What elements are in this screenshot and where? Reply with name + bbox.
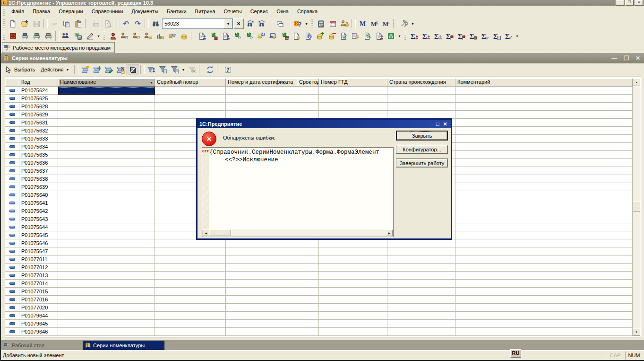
cell-code[interactable]: P01075646 [19, 239, 58, 247]
customer-invoice-icon[interactable] [196, 31, 208, 41]
workspace-button[interactable]: Рабочее место менеджера по продажам [2, 42, 115, 53]
menu-item-file[interactable]: Файл [7, 6, 28, 18]
cell[interactable] [455, 167, 633, 175]
cell[interactable] [319, 247, 387, 255]
cell[interactable] [297, 103, 319, 111]
cell[interactable] [455, 312, 633, 320]
sales-chart-icon[interactable] [155, 31, 166, 41]
cell-code[interactable]: P01075639 [19, 183, 58, 191]
table-row[interactable]: P01077012 [5, 264, 633, 272]
table-row[interactable]: P01077016 [5, 296, 633, 304]
cell[interactable] [58, 296, 155, 304]
cell[interactable] [455, 87, 633, 95]
cell-code[interactable]: P01075644 [19, 223, 58, 231]
report-flagged2-icon[interactable]: Σ [455, 31, 467, 41]
table-row[interactable]: P01075629 [5, 111, 633, 119]
cell-code[interactable]: P01075634 [19, 143, 58, 151]
cell[interactable] [455, 288, 633, 296]
filter-dropdown-icon[interactable] [169, 64, 181, 75]
dialog-maximize-button[interactable]: □ [434, 121, 441, 127]
cell[interactable] [58, 119, 155, 127]
actions-dropdown[interactable]: Действия▾ [38, 64, 73, 75]
cell[interactable] [455, 231, 633, 239]
lock-session-icon[interactable] [339, 18, 351, 29]
hscroll-thumb[interactable] [209, 229, 231, 236]
cell[interactable] [455, 159, 633, 167]
cell[interactable] [58, 103, 155, 111]
cell[interactable] [455, 135, 633, 143]
cell-code[interactable]: P01075625 [19, 95, 58, 103]
menu-item-operations[interactable]: Операции [54, 6, 87, 18]
cell[interactable] [455, 304, 633, 312]
cell[interactable] [58, 247, 155, 255]
open-icon[interactable] [19, 18, 31, 29]
cell[interactable] [58, 111, 155, 119]
cell[interactable] [297, 95, 319, 103]
column-header-1[interactable]: Код [19, 79, 58, 87]
cell-code[interactable]: P01075632 [19, 127, 58, 135]
cell[interactable] [226, 255, 297, 264]
cell-code[interactable]: P01079645 [19, 320, 58, 328]
cell[interactable] [155, 272, 226, 280]
cell[interactable] [226, 312, 297, 320]
cell[interactable] [455, 103, 633, 111]
cell[interactable] [319, 280, 387, 288]
child-minimize-button[interactable]: — [611, 54, 617, 62]
cell[interactable] [58, 215, 155, 223]
buyer-icon[interactable] [107, 31, 119, 41]
cell[interactable] [387, 272, 455, 280]
cell[interactable] [58, 191, 155, 199]
cell[interactable] [226, 247, 297, 255]
table-row[interactable]: P01077014 [5, 280, 633, 288]
table-row[interactable]: P01075646 [5, 239, 633, 247]
cell[interactable] [58, 151, 155, 159]
clear-find-button[interactable]: × [233, 18, 244, 29]
print-check-icon[interactable] [19, 31, 31, 41]
report-flagged-icon[interactable]: Σ [444, 31, 455, 41]
cell-code[interactable]: P01075642 [19, 207, 58, 215]
error-text-area[interactable]: err {Справочник.СерииНоменклатуры.Форма.… [202, 147, 394, 237]
cell[interactable] [387, 296, 455, 304]
cell[interactable] [319, 255, 387, 264]
cell[interactable] [319, 103, 387, 111]
cell[interactable] [297, 239, 319, 247]
memory-m-icon[interactable]: M [357, 18, 369, 29]
table-row[interactable]: P01077013 [5, 272, 633, 280]
cell[interactable] [58, 143, 155, 151]
cell-code[interactable]: P01077020 [19, 304, 58, 312]
memory-m-minus-icon[interactable]: M− [380, 18, 392, 29]
table-row[interactable]: P01075624 [5, 87, 633, 95]
cell[interactable] [226, 296, 297, 304]
cell[interactable] [455, 215, 633, 223]
cell[interactable] [455, 191, 633, 199]
cell[interactable] [319, 296, 387, 304]
cell[interactable] [155, 312, 226, 320]
internal-order-icon[interactable] [279, 31, 291, 41]
cut-icon[interactable]: ✂ [49, 18, 60, 29]
cell[interactable] [455, 264, 633, 272]
cell[interactable] [226, 288, 297, 296]
menu-item-bantiki[interactable]: Бантики [163, 6, 191, 18]
cell[interactable] [155, 288, 226, 296]
cell[interactable] [455, 272, 633, 280]
cell[interactable] [297, 87, 319, 95]
cell-code[interactable]: P01075635 [19, 151, 58, 159]
purchase-invoice-icon[interactable] [220, 31, 232, 41]
cell[interactable] [297, 304, 319, 312]
cell[interactable] [58, 304, 155, 312]
cell[interactable] [226, 111, 297, 119]
cell-code[interactable]: P01077011 [19, 255, 58, 264]
cell[interactable] [455, 111, 633, 119]
cell[interactable] [155, 304, 226, 312]
selection-setup-icon[interactable] [157, 64, 169, 75]
scroll-down-button[interactable]: ▼ [633, 328, 640, 336]
cell[interactable] [226, 87, 297, 95]
tab-series[interactable]: Серии номенклатуры [83, 341, 164, 350]
dropdown-caret-icon[interactable]: ▾ [304, 22, 309, 26]
close-button[interactable]: × [635, 0, 643, 6]
cell[interactable] [297, 255, 319, 264]
table-row[interactable]: P01079645 [5, 320, 633, 328]
cell[interactable] [455, 223, 633, 231]
cell[interactable] [58, 167, 155, 175]
table-row[interactable]: P01077020 [5, 304, 633, 312]
